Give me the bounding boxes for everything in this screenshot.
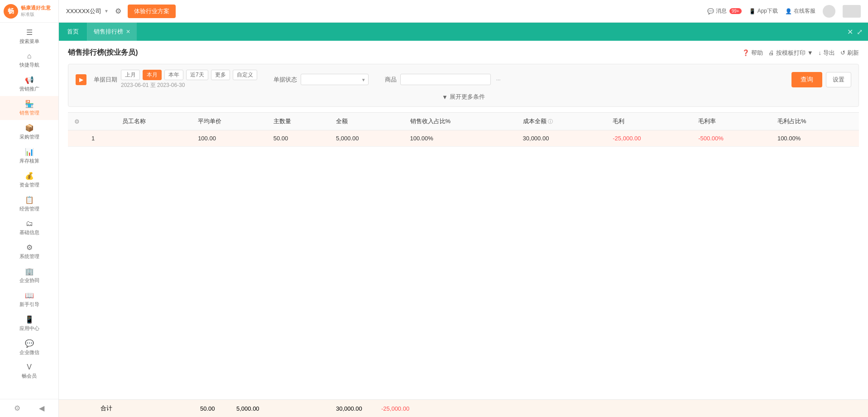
tab-sales-ranking[interactable]: 销售排行榜 ✕	[87, 23, 137, 41]
page-actions: ❓ 帮助 🖨 按模板打印 ▼ ↓ 导出 ↺ 刷新	[742, 49, 859, 57]
page-title: 销售排行榜(按业务员)	[68, 48, 138, 58]
filter-toggle-btn[interactable]: ▶	[76, 74, 86, 85]
status-filter-label: 单据状态	[273, 76, 297, 84]
tab-close-icon[interactable]: ✕	[126, 29, 130, 35]
cell-sales-ratio: 100.00%	[405, 130, 518, 147]
help-icon: ❓	[742, 49, 749, 56]
date-btn-7days[interactable]: 近7天	[186, 70, 208, 80]
sidebar-item-purchase[interactable]: 📦 采购管理	[0, 120, 58, 144]
filter-row-1: ▶ 单据日期 上月 本月 本年 近7天 更多 自定义	[76, 70, 851, 89]
goods-more-icon[interactable]: ···	[496, 77, 501, 83]
expand-more-btn[interactable]: ▼ 展开更多条件	[76, 93, 851, 101]
app-download-icon: 📱	[749, 8, 756, 14]
query-btn[interactable]: 查询	[791, 72, 822, 87]
col-gross: 毛利	[607, 113, 693, 130]
filter-area: ▶ 单据日期 上月 本月 本年 近7天 更多 自定义	[68, 64, 859, 107]
user-avatar[interactable]	[823, 5, 835, 18]
company-selector[interactable]: XXXXXX公司 ▼	[66, 7, 109, 15]
nav-icon-marketing: 📢	[25, 76, 34, 84]
app-download-label: App下载	[758, 7, 778, 15]
footer-main-qty: 50.00	[200, 405, 236, 412]
date-btn-prev-month[interactable]: 上月	[121, 70, 140, 80]
cell-avg-price: 100.00	[192, 130, 268, 147]
filter-goods-item: 商品 ···	[385, 74, 501, 85]
nav-label-basic-info: 基础信息	[19, 229, 39, 236]
sidebar-item-operations[interactable]: 📋 经营管理	[0, 192, 58, 216]
sidebar-item-marketing[interactable]: 📢 营销推广	[0, 72, 58, 96]
help-label: 帮助	[751, 49, 763, 57]
col-settings[interactable]: ⚙	[68, 113, 86, 130]
tab-home[interactable]: 首页	[59, 23, 87, 41]
nav-icon-system: ⚙	[26, 243, 33, 252]
table-header-row: ⚙ 员工名称 平均单价 主数量 全额 销售收入占比% 成本全额 ⓘ 毛利 毛利率…	[68, 113, 859, 130]
print-icon: 🖨	[768, 49, 774, 56]
tab-label: 销售排行榜	[94, 28, 123, 36]
sidebar-item-guide[interactable]: 📖 新手引导	[0, 288, 58, 312]
col-gross-rate: 毛利率	[693, 113, 772, 130]
nav-label-member: 畅会员	[22, 373, 37, 379]
nav-icon-sales: 🏪	[25, 100, 34, 108]
sidebar-item-inventory[interactable]: 📊 库存核算	[0, 144, 58, 168]
print-btn[interactable]: 🖨 按模板打印 ▼	[768, 49, 813, 57]
online-service-item[interactable]: 👤 在线客服	[785, 7, 815, 15]
nav-icon-app-center: 📱	[25, 315, 34, 324]
status-select[interactable]	[301, 74, 369, 85]
filter-toggle-icon: ▶	[79, 77, 83, 83]
main-area: XXXXXX公司 ▼ ⚙ 体验行业方案 💬 消息 99+ 📱 App下载 👤 在…	[59, 0, 868, 417]
sidebar-item-app-center[interactable]: 📱 应用中心	[0, 312, 58, 336]
date-btn-current-month[interactable]: 本月	[143, 70, 162, 80]
cell-rank: 1	[86, 130, 117, 147]
user-name[interactable]	[843, 5, 861, 18]
date-btn-custom[interactable]: 自定义	[233, 70, 257, 80]
nav-icon-inventory: 📊	[25, 148, 34, 156]
data-table: ⚙ 员工名称 平均单价 主数量 全额 销售收入占比% 成本全额 ⓘ 毛利 毛利率…	[68, 112, 859, 147]
date-shortcuts: 上月 本月 本年 近7天 更多 自定义	[121, 70, 257, 80]
nav-label-app-center: 应用中心	[19, 325, 39, 332]
app-download-item[interactable]: 📱 App下载	[749, 7, 778, 15]
export-btn[interactable]: ↓ 导出	[819, 49, 835, 57]
notification-item[interactable]: 💬 消息 99+	[707, 7, 742, 15]
sidebar-item-system[interactable]: ⚙ 系统管理	[0, 240, 58, 264]
page-inner: 销售排行榜(按业务员) ❓ 帮助 🖨 按模板打印 ▼ ↓ 导出	[59, 41, 868, 417]
print-chevron-icon: ▼	[807, 49, 813, 56]
nav-label-quick-nav: 快捷导航	[19, 62, 39, 68]
company-name: XXXXXX公司	[66, 7, 101, 15]
nav-icon-operations: 📋	[25, 196, 34, 204]
col-avg-price: 平均单价	[192, 113, 268, 130]
sidebar-collapse-icon[interactable]: ◀	[39, 404, 44, 412]
sidebar-item-member[interactable]: V 畅会员	[0, 359, 58, 383]
table-container: ⚙ 员工名称 平均单价 主数量 全额 销售收入占比% 成本全额 ⓘ 毛利 毛利率…	[68, 112, 859, 147]
sidebar-item-quick-nav[interactable]: ⌂ 快捷导航	[0, 48, 58, 72]
export-icon: ↓	[819, 49, 822, 56]
sidebar-item-sales[interactable]: 🏪 销售管理	[0, 96, 58, 120]
window-close-icon[interactable]: ✕	[847, 28, 853, 36]
print-label: 按模板打印	[776, 49, 806, 57]
tab-window-btns: ✕ ⤢	[847, 28, 868, 36]
cell-main-qty: 50.00	[268, 130, 331, 147]
date-btn-more[interactable]: 更多	[211, 70, 230, 80]
sidebar-item-finance[interactable]: 💰 资金管理	[0, 168, 58, 192]
refresh-btn[interactable]: ↺ 刷新	[840, 49, 859, 57]
settings-btn[interactable]: 设置	[826, 72, 851, 87]
footer-amount: 5,000.00	[236, 405, 282, 412]
date-btn-current-year[interactable]: 本年	[164, 70, 183, 80]
topbar-settings-icon[interactable]: ⚙	[115, 7, 121, 15]
filter-date-item: 单据日期 上月 本月 本年 近7天 更多 自定义 2023-06-01 至 20…	[94, 70, 257, 89]
goods-input[interactable]	[400, 74, 491, 85]
nav-label-operations: 经营管理	[19, 206, 39, 212]
page-header: 销售排行榜(按业务员) ❓ 帮助 🖨 按模板打印 ▼ ↓ 导出	[68, 48, 859, 58]
sidebar-item-basic-info[interactable]: 🗂 基础信息	[0, 216, 58, 240]
notification-label: 消息	[716, 7, 727, 15]
expand-more-icon: ▼	[442, 94, 448, 101]
sidebar-settings-icon[interactable]: ⚙	[14, 404, 20, 412]
trial-btn[interactable]: 体验行业方案	[128, 5, 176, 18]
sidebar-item-enterprise[interactable]: 🏢 企业协同	[0, 264, 58, 288]
sidebar-item-wechat[interactable]: 💬 企业微信	[0, 336, 58, 359]
help-btn[interactable]: ❓ 帮助	[742, 49, 763, 57]
sidebar-item-search[interactable]: ☰ 搜索菜单	[0, 24, 58, 48]
topbar: XXXXXX公司 ▼ ⚙ 体验行业方案 💬 消息 99+ 📱 App下载 👤 在…	[59, 0, 868, 23]
nav-label-marketing: 营销推广	[19, 86, 39, 92]
nav-label-finance: 资金管理	[19, 182, 39, 188]
col-main-qty: 主数量	[268, 113, 331, 130]
window-expand-icon[interactable]: ⤢	[857, 28, 863, 36]
